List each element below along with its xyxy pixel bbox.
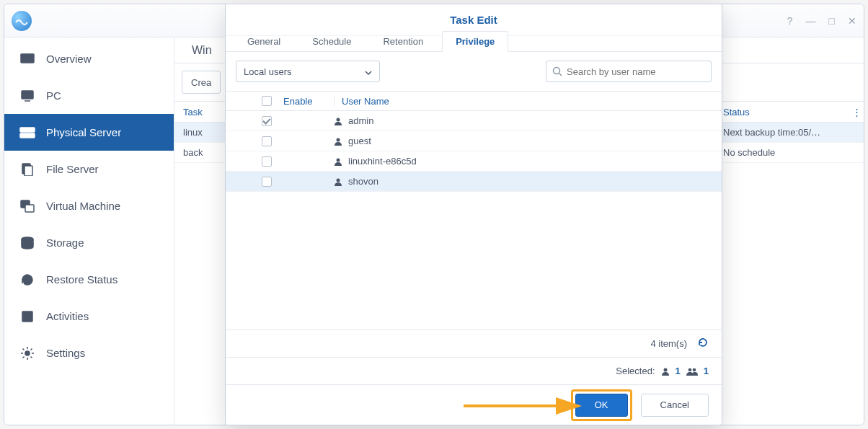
selected-label: Selected: <box>616 366 655 376</box>
minimize-button[interactable]: — <box>806 15 816 27</box>
svg-point-23 <box>337 178 340 182</box>
sidebar-item-label: Activities <box>46 310 89 322</box>
svg-point-25 <box>688 368 691 371</box>
ok-highlight: OK <box>571 389 632 421</box>
svg-point-6 <box>22 129 24 131</box>
search-input[interactable] <box>567 66 705 77</box>
search-input-wrap <box>546 61 712 82</box>
svg-rect-9 <box>25 166 32 176</box>
user-type-select[interactable]: Local users <box>236 61 380 82</box>
sidebar-item-pc[interactable]: PC <box>4 77 174 114</box>
tab-general[interactable]: General <box>234 32 293 51</box>
vm-icon <box>19 199 36 213</box>
user-row[interactable]: admin <box>226 111 722 131</box>
sidebar-item-label: Settings <box>46 347 85 359</box>
tab-privilege[interactable]: Privilege <box>442 31 508 52</box>
user-icon <box>661 367 670 376</box>
svg-point-24 <box>663 368 667 371</box>
app-icon <box>12 11 32 31</box>
content-tab[interactable]: Win <box>182 40 222 61</box>
pc-icon <box>19 89 36 103</box>
user-icon <box>334 177 342 186</box>
sidebar-item-label: Virtual Machine <box>46 200 120 212</box>
sidebar-item-activities[interactable]: Activities <box>4 298 174 335</box>
sidebar: Overview PC Physical Server File Server … <box>4 37 174 425</box>
user-icon <box>334 157 342 166</box>
svg-point-7 <box>22 135 24 136</box>
user-icon <box>334 137 342 146</box>
tab-schedule[interactable]: Schedule <box>299 32 364 51</box>
user-row[interactable]: linuxhint-e86c5d <box>226 151 722 172</box>
cancel-button[interactable]: Cancel <box>641 394 709 417</box>
user-grid: Enable User Name admin guest linuxhint-e… <box>226 91 722 330</box>
gear-icon <box>19 346 36 361</box>
sidebar-item-restore-status[interactable]: Restore Status <box>4 261 174 298</box>
col-header-username[interactable]: User Name <box>334 96 722 107</box>
sidebar-item-label: PC <box>46 89 61 102</box>
chevron-down-icon <box>365 66 372 77</box>
help-button[interactable]: ? <box>787 15 793 27</box>
sidebar-item-settings[interactable]: Settings <box>4 335 174 371</box>
enable-checkbox[interactable] <box>262 136 272 146</box>
tab-retention[interactable]: Retention <box>370 32 436 51</box>
create-button[interactable]: Crea <box>182 71 221 94</box>
col-header-more[interactable]: ⋮ <box>849 107 864 118</box>
item-count: 4 item(s) <box>650 338 687 349</box>
user-row[interactable]: shovon <box>226 172 722 192</box>
search-icon <box>552 66 562 76</box>
sidebar-item-label: Overview <box>46 53 92 65</box>
col-header-status[interactable]: Status <box>716 107 849 118</box>
file-server-icon <box>19 162 36 177</box>
selected-group-count: 1 <box>704 366 709 376</box>
svg-line-19 <box>559 74 562 76</box>
close-button[interactable]: ✕ <box>848 15 856 27</box>
sidebar-item-storage[interactable]: Storage <box>4 224 174 261</box>
user-icon <box>334 117 342 125</box>
sidebar-item-label: Physical Server <box>46 126 121 138</box>
svg-rect-1 <box>21 54 34 56</box>
maximize-button[interactable]: □ <box>829 15 835 27</box>
ok-button[interactable]: OK <box>575 394 628 417</box>
sidebar-item-file-server[interactable]: File Server <box>4 151 174 187</box>
sidebar-item-label: Restore Status <box>46 273 118 286</box>
enable-checkbox[interactable] <box>262 156 272 167</box>
svg-point-21 <box>337 138 340 141</box>
refresh-button[interactable] <box>697 337 709 350</box>
svg-point-26 <box>692 368 696 371</box>
sidebar-item-overview[interactable]: Overview <box>4 40 174 77</box>
group-icon <box>686 367 698 376</box>
svg-point-20 <box>337 118 340 121</box>
storage-icon <box>19 236 36 250</box>
sidebar-item-label: Storage <box>46 236 84 249</box>
svg-rect-11 <box>25 205 34 212</box>
activities-icon <box>19 309 36 324</box>
selected-user-count: 1 <box>676 366 681 376</box>
task-edit-modal: Task Edit General Schedule Retention Pri… <box>225 4 722 425</box>
svg-rect-2 <box>22 91 33 99</box>
overview-icon <box>19 52 36 66</box>
restore-icon <box>19 273 36 287</box>
sidebar-item-virtual-machine[interactable]: Virtual Machine <box>4 187 174 224</box>
sidebar-item-physical-server[interactable]: Physical Server <box>4 114 174 151</box>
col-header-enable[interactable]: Enable <box>283 96 312 107</box>
enable-checkbox[interactable] <box>262 116 272 126</box>
svg-point-18 <box>554 68 560 74</box>
enable-checkbox[interactable] <box>262 177 272 187</box>
window-controls: ? — □ ✕ <box>787 15 856 27</box>
server-icon <box>19 125 36 140</box>
svg-point-22 <box>337 158 340 162</box>
user-row[interactable]: guest <box>226 131 722 151</box>
svg-point-17 <box>25 351 30 355</box>
sidebar-item-label: File Server <box>46 163 99 175</box>
enable-all-checkbox[interactable] <box>262 96 272 106</box>
